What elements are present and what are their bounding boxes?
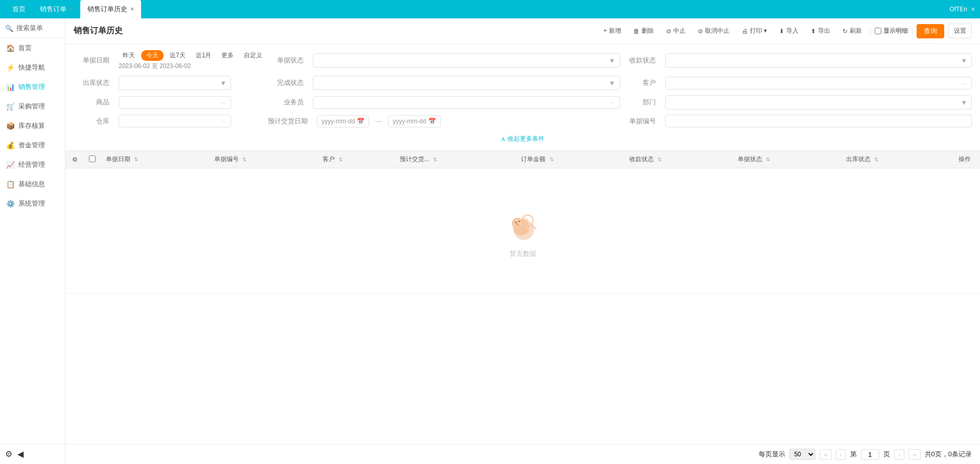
table-checkbox-col[interactable] [84,151,101,168]
product-filter-input[interactable]: ··· [119,96,231,109]
sort-payment-status-icon: ⇅ [657,157,662,162]
toolbar-divider2 [912,27,913,35]
refresh-button[interactable]: ↻ 刷新 [838,25,866,37]
completion-status-select[interactable]: ▼ [313,76,620,90]
show-columns-checkbox-label[interactable]: 显示明细 [875,27,908,35]
per-page-select[interactable]: 50 10 20 100 [789,449,815,460]
window-close-button[interactable]: × [971,6,975,13]
select-all-checkbox[interactable] [89,156,96,162]
print-button[interactable]: 🖨 打印 ▾ [738,25,771,37]
toolbar-divider [870,27,871,35]
sort-number-icon: ⇅ [242,157,246,162]
order-number-filter-label: 单据编号 [620,117,661,126]
table-settings-col[interactable]: ⚙ [65,151,84,168]
expected-date-filter-label: 预计交货日期 [268,117,313,126]
date-btn-custom[interactable]: 自定义 [240,50,266,61]
date-btn-7days[interactable]: 近7天 [166,50,190,61]
order-number-input[interactable] [665,115,972,127]
settings-button[interactable]: 设置 [948,24,972,38]
sidebar-item-quick-nav[interactable]: ⚡ 快捷导航 [0,58,65,77]
date-buttons-group: 昨天 今天 近7天 近1月 更多 自定义 [119,50,266,61]
col-header-order-status[interactable]: 单据状态 ⇅ [733,151,841,168]
first-page-button[interactable]: « [819,449,831,460]
sidebar-item-inventory[interactable]: 📦 库存核算 [0,116,65,136]
sidebar-item-purchase[interactable]: 🛒 采购管理 [0,97,65,116]
collapse-filters-row[interactable]: ∧ 收起更多条件 [74,132,972,144]
outbound-status-select[interactable]: ▼ [119,76,231,90]
sales-rep-filter-input[interactable]: ··· [313,96,620,109]
search-icon: 🔍 [5,25,13,32]
sales-icon: 📊 [6,83,14,91]
sort-outbound-status-icon: ⇅ [874,157,878,162]
calendar-icon-from: 📅 [357,118,364,125]
date-btn-more[interactable]: 更多 [217,50,238,61]
sidebar-settings-icon[interactable]: ⚙ [5,449,12,459]
customer-filter-input[interactable]: ··· [665,77,972,90]
page-number-input[interactable] [861,449,879,460]
sidebar-item-operation[interactable]: 📈 经营管理 [0,155,65,174]
filter-department-cell: 部门 ▼ [620,95,972,109]
warehouse-filter-label: 仓库 [74,117,115,126]
col-header-date[interactable]: 单据日期 ⇅ [101,151,209,168]
sidebar-item-home[interactable]: 🏠 首页 [0,38,65,58]
tab-home[interactable]: 首页 [5,0,33,18]
delete-icon: 🗑 [633,28,640,35]
close-tab-sales-order[interactable]: × [70,6,73,13]
cancel-stop-button[interactable]: ⊘ 取消中止 [694,25,734,37]
warehouse-filter-input[interactable]: ··· [119,115,231,127]
svg-point-12 [518,220,520,223]
calendar-icon-to: 📅 [428,118,436,125]
date-btn-today[interactable]: 今天 [141,50,164,61]
payment-status-select[interactable]: ▼ [665,53,972,68]
sidebar-item-system[interactable]: ⚙️ 系统管理 [0,194,65,213]
outbound-status-label: 出库状态 [74,78,115,87]
svg-point-4 [514,226,527,235]
expected-date-to-input[interactable]: yyyy-mm-dd 📅 [388,115,440,127]
prev-page-button[interactable]: ‹ [836,449,846,460]
sales-rep-dots: ··· [610,99,616,106]
department-select[interactable]: ▼ [665,95,972,109]
date-btn-yesterday[interactable]: 昨天 [119,50,139,61]
export-button[interactable]: ⬆ 导出 [807,25,834,37]
order-status-select[interactable]: ▼ [313,53,620,68]
col-header-customer[interactable]: 客户 ⇅ [317,151,395,168]
close-tab-sales-order-history[interactable]: × [130,6,134,13]
new-button[interactable]: + 新增 [599,25,625,37]
next-page-button[interactable]: › [894,449,904,460]
sidebar-item-basic-info[interactable]: 📋 基础信息 [0,174,65,194]
inventory-icon: 📦 [6,122,14,130]
show-columns-checkbox[interactable] [875,28,881,34]
col-header-number[interactable]: 单据编号 ⇅ [209,151,317,168]
tab-sales-order-history[interactable]: 销售订单历史 × [80,0,141,18]
stop-button[interactable]: ⊘ 中止 [662,25,690,37]
filter-outbound-status-cell: 出库状态 ▼ [74,76,268,90]
empty-state-row: 暂无数据 [65,168,980,294]
sidebar-item-finance[interactable]: 💰 资金管理 [0,136,65,155]
expected-date-from-input[interactable]: yyyy-mm-dd 📅 [317,115,369,127]
often-label: OfTEn [949,6,967,13]
sidebar-collapse-icon[interactable]: ◀ [17,449,24,459]
col-header-outbound-status[interactable]: 出库状态 ⇅ [841,151,949,168]
sort-amount-icon: ⇅ [550,157,554,162]
col-header-payment-status[interactable]: 收款状态 ⇅ [624,151,733,168]
date-btn-1month[interactable]: 近1月 [192,50,216,61]
import-button[interactable]: ⬇ 导入 [775,25,803,37]
svg-point-11 [515,222,517,224]
completion-status-arrow: ▼ [609,79,616,87]
col-header-expected-date[interactable]: 预计交货... ⇅ [395,151,516,168]
empty-state: 暂无数据 [71,172,975,289]
last-page-button[interactable]: » [908,449,920,460]
query-button[interactable]: 查询 [917,24,944,38]
system-icon: ⚙️ [6,200,14,208]
sort-expected-date-icon: ⇅ [433,157,437,162]
tab-sales-order[interactable]: 销售订单 × [33,0,80,18]
filter-payment-status-cell: 收款状态 ▼ [620,53,972,68]
sidebar-item-sales[interactable]: 📊 销售管理 [0,77,65,97]
toolbar: + 新增 🗑 删除 ⊘ 中止 ⊘ 取消中止 🖨 打印 ▾ [599,24,972,38]
delete-button[interactable]: 🗑 删除 [629,25,658,37]
department-filter-label: 部门 [620,98,661,107]
customer-dots: ··· [962,79,967,87]
col-header-amount[interactable]: 订单金额 ⇅ [516,151,624,168]
sidebar-search[interactable]: 🔍 搜索菜单 [0,18,65,38]
filter-completion-status-cell: 完成状态 ▼ [268,76,620,90]
